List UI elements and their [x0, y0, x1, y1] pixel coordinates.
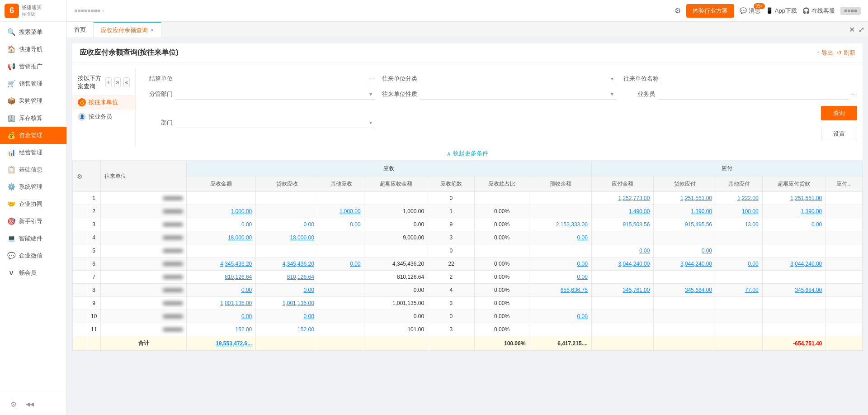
table-cell[interactable]: 77.00: [716, 284, 763, 297]
table-cell[interactable]: 1,252,773.00: [591, 192, 654, 205]
service-btn[interactable]: 🎧 在线客服: [802, 7, 835, 15]
sidebar-item-member[interactable]: V 畅会员: [0, 264, 66, 281]
filter-settings-btn[interactable]: ⊙: [114, 77, 121, 87]
table-cell[interactable]: 0.00: [654, 244, 716, 258]
sidebar-item-purchase[interactable]: 📦 采购管理: [0, 92, 66, 110]
table-cell[interactable]: 0.00: [256, 218, 318, 231]
table-cell[interactable]: 1,000.00: [318, 205, 364, 218]
table-cell[interactable]: 1,390.00: [762, 205, 826, 218]
sidebar-item-corp[interactable]: 🤝 企业协同: [0, 196, 66, 213]
table-cell[interactable]: 18,000.00: [256, 231, 318, 244]
sidebar-settings-icon[interactable]: ⚙: [7, 398, 20, 410]
table-cell[interactable]: 0.00: [186, 310, 255, 323]
query-panel-by-staff[interactable]: 👤 按业务员: [72, 110, 135, 124]
query-panel-by-partner[interactable]: 💰 按往来单位: [72, 95, 135, 110]
query-btn[interactable]: 查询: [821, 106, 857, 120]
gear-icon-table[interactable]: ⚙: [77, 173, 83, 180]
table-cell[interactable]: 1,222.00: [716, 192, 763, 205]
table-cell[interactable]: 1,251,551.00: [762, 192, 826, 205]
sidebar-item-hardware[interactable]: 💻 智能硬件: [0, 230, 66, 247]
tab-home[interactable]: 首页: [67, 22, 94, 38]
th-gear[interactable]: ⚙: [73, 161, 87, 192]
table-cell[interactable]: 18,000.00: [186, 231, 255, 244]
tab-fullscreen-btn[interactable]: ⤢: [859, 25, 864, 34]
table-cell[interactable]: 1,390.00: [654, 205, 716, 218]
dept-manage-select[interactable]: ▾: [175, 89, 375, 100]
table-cell[interactable]: 345,684.00: [762, 284, 826, 297]
table-cell[interactable]: 915,495.56: [654, 218, 716, 231]
table-cell[interactable]: 0.00: [318, 218, 364, 231]
table-cell[interactable]: 345,684.00: [654, 284, 716, 297]
setting-btn[interactable]: 设置: [821, 127, 857, 141]
table-cell[interactable]: 0.00: [318, 258, 364, 271]
table-wrapper[interactable]: ⚙ 往来单位 应收 应付 应收金额 贷款应收 其他应收 超期应收金额 应收笔数: [72, 161, 863, 351]
table-cell[interactable]: 915,508.56: [591, 218, 654, 231]
table-cell[interactable]: 0.00: [529, 258, 592, 271]
salesperson-input[interactable]: [658, 89, 849, 100]
table-cell[interactable]: 345,761.00: [591, 284, 654, 297]
collapse-btn[interactable]: ∧ 收起更多条件: [72, 147, 863, 160]
table-cell[interactable]: 1,490.00: [591, 205, 654, 218]
table-cell[interactable]: 3,044,240.00: [591, 258, 654, 271]
table-cell[interactable]: 4,345,436.20: [256, 258, 318, 271]
table-cell[interactable]: 13.00: [716, 218, 763, 231]
sidebar-item-operation[interactable]: 📊 经营管理: [0, 144, 66, 161]
sidebar-item-quicknav[interactable]: 🏠 快捷导航: [0, 41, 66, 58]
message-btn[interactable]: 💬 消息 99+: [740, 7, 760, 15]
gear-icon[interactable]: ⚙: [675, 6, 681, 15]
table-cell[interactable]: 0.00: [529, 271, 592, 284]
sidebar-item-guide[interactable]: 🎯 新手引导: [0, 213, 66, 230]
sidebar-item-finance[interactable]: 💰 资金管理: [0, 127, 66, 144]
salesperson-dots-icon[interactable]: ···: [851, 90, 857, 98]
table-cell[interactable]: 2,153,333.00: [529, 218, 592, 231]
summary-ar-amount[interactable]: 19,553,472,6...: [186, 336, 255, 351]
table-cell[interactable]: 0.00: [762, 218, 826, 231]
table-cell[interactable]: 0.00: [186, 284, 255, 297]
partner-type-select[interactable]: ▾: [420, 74, 616, 84]
sidebar-collapse-icon[interactable]: ◀◀: [24, 398, 36, 410]
table-cell[interactable]: 0.00: [256, 310, 318, 323]
sidebar-item-basic[interactable]: 📋 基础信息: [0, 161, 66, 178]
refresh-btn[interactable]: ↺ 刷新: [837, 49, 855, 57]
table-cell[interactable]: 1,001,135.00: [186, 297, 255, 310]
table-cell[interactable]: 810,126.64: [186, 271, 255, 284]
table-cell[interactable]: 100.00: [716, 205, 763, 218]
sidebar-item-search[interactable]: 🔍 搜索菜单: [0, 24, 66, 41]
tab-close-all-btn[interactable]: ✕: [849, 25, 855, 34]
table-cell[interactable]: 0.00: [716, 258, 763, 271]
tab-close-icon[interactable]: ×: [151, 27, 154, 33]
table-cell: 4: [87, 231, 101, 244]
table-cell[interactable]: 655,636.75: [529, 284, 592, 297]
table-cell[interactable]: 810,126.64: [256, 271, 318, 284]
dept-select[interactable]: ▾: [175, 118, 375, 128]
table-cell[interactable]: 0.00: [256, 284, 318, 297]
table-cell[interactable]: 0.00: [529, 310, 592, 323]
table-cell[interactable]: 1,251,551.00: [654, 192, 716, 205]
sidebar-item-wechat[interactable]: 💬 企业微信: [0, 247, 66, 264]
table-cell[interactable]: 0.00: [186, 218, 255, 231]
add-filter-btn[interactable]: +: [105, 77, 112, 87]
settlement-input[interactable]: [175, 73, 366, 84]
sidebar-item-system[interactable]: ⚙️ 系统管理: [0, 178, 66, 196]
table-cell[interactable]: 0.00: [529, 231, 592, 244]
filter-collapse-btn[interactable]: «: [123, 77, 130, 87]
sidebar-item-inventory[interactable]: 🏢 库存核算: [0, 110, 66, 127]
tab-arap[interactable]: 应收应付余额查询 ×: [94, 22, 161, 38]
table-cell[interactable]: 3,044,240.00: [762, 258, 826, 271]
table-cell[interactable]: 3,044,240.00: [654, 258, 716, 271]
trial-btn[interactable]: 体验行业方案: [686, 4, 734, 18]
partner-nature-select[interactable]: ▾: [420, 89, 616, 100]
sidebar-item-marketing[interactable]: 📢 营销推广: [0, 58, 66, 75]
table-cell[interactable]: 4,345,436.20: [186, 258, 255, 271]
table-cell[interactable]: 152.00: [256, 323, 318, 336]
user-info[interactable]: ■■■■: [840, 7, 861, 14]
partner-name-input[interactable]: [661, 73, 857, 84]
table-cell[interactable]: 1,000.00: [186, 205, 255, 218]
app-download-btn[interactable]: 📱 App下载: [766, 7, 797, 15]
export-btn[interactable]: ↑ 导出: [817, 49, 834, 57]
sidebar-item-sales[interactable]: 🛒 销售管理: [0, 75, 66, 92]
table-cell[interactable]: 152.00: [186, 323, 255, 336]
table-cell[interactable]: 1,001,135.00: [256, 297, 318, 310]
settlement-dots-icon[interactable]: ···: [369, 75, 375, 83]
table-cell[interactable]: 0.00: [591, 244, 654, 258]
